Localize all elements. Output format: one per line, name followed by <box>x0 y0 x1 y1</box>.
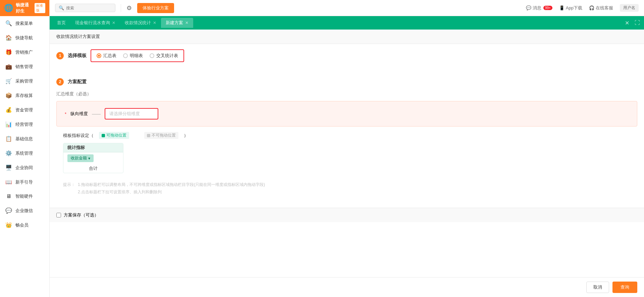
sidebar-item-search-menu[interactable]: 🔍 搜索菜单 <box>0 16 49 31</box>
tab-home-label: 首页 <box>57 20 66 26</box>
inventory-icon: 📦 <box>5 92 12 99</box>
topbar-search-box[interactable]: 🔍 <box>55 4 115 12</box>
sidebar-item-corp-wechat[interactable]: 💬 企业微信 <box>0 203 49 218</box>
indicator-tag[interactable]: 收款金额 ▾ <box>67 154 94 162</box>
tab-new-plan-label: 新建方案 <box>166 20 183 26</box>
sidebar-item-label: 销售管理 <box>15 64 33 70</box>
indicator-item-row: 收款金额 ▾ <box>63 152 123 164</box>
tab-bank-flow[interactable]: 现金银行流水查询 ✕ <box>70 18 120 28</box>
topbar-divider <box>121 4 121 12</box>
query-button[interactable]: 查询 <box>612 282 637 293</box>
app-download-label: App下载 <box>566 5 582 11</box>
corp-coop-icon: 🖥️ <box>5 164 12 171</box>
system-icon: ⚙️ <box>5 150 12 156</box>
content-area: 收款情况统计方案设置 1 选择模板 汇总表 明细表 <box>50 30 644 277</box>
topbar: 🔍 ⚙ 体验行业方案 💬 消息 99+ 📱 App下载 🎧 在线客服 用户名 <box>50 0 644 16</box>
tab-bank-flow-close[interactable]: ✕ <box>112 20 115 25</box>
message-btn[interactable]: 💬 消息 99+ <box>526 5 552 11</box>
radio-cross[interactable]: 交叉统计表 <box>150 53 178 59</box>
step1-row: 1 选择模板 汇总表 明细表 交叉统计表 <box>56 49 637 62</box>
content-inner: 收款情况统计方案设置 1 选择模板 汇总表 明细表 <box>50 30 644 277</box>
save-label: 方案保存（可选） <box>64 212 99 218</box>
tip-prefix-1: 提示： <box>63 181 75 189</box>
operation-icon: 📊 <box>5 121 12 128</box>
cancel-button[interactable]: 取消 <box>586 282 609 293</box>
tabbar-actions: ✕ ⛶ <box>624 18 641 28</box>
sidebar-item-new-guide[interactable]: 📖 新手引导 <box>0 175 49 189</box>
step1-section: 1 选择模板 汇总表 明细表 交叉统计表 <box>50 44 644 73</box>
sidebar-item-inventory[interactable]: 📦 库存核算 <box>0 88 49 103</box>
tab-home[interactable]: 首页 <box>52 18 70 28</box>
sidebar-item-smart-hw[interactable]: 🖥 智能硬件 <box>0 189 49 203</box>
sidebar-item-label: 畅会员 <box>15 222 29 228</box>
dim-select-placeholder: 请选择分组维度 <box>109 111 140 117</box>
sidebar-item-marketing[interactable]: 🎁 营销推广 <box>0 45 49 59</box>
save-checkbox[interactable] <box>56 213 61 217</box>
logo-badge: 标准版 <box>35 3 45 13</box>
sidebar-item-sales[interactable]: 💼 销售管理 <box>0 59 49 74</box>
sidebar-item-operation[interactable]: 📊 经营管理 <box>0 117 49 132</box>
indicator-sub: 合计 <box>63 164 123 173</box>
smart-hw-icon: 🖥 <box>5 193 12 199</box>
dim-select[interactable]: 请选择分组维度 <box>105 108 158 119</box>
radio-cross-circle <box>150 53 154 58</box>
arrow: —— <box>92 111 101 116</box>
app-download-btn[interactable]: 📱 App下载 <box>559 5 582 11</box>
radio-detail[interactable]: 明细表 <box>123 53 143 59</box>
save-row: 方案保存（可选） <box>50 208 644 222</box>
no-drag-badge: 不可拖动位置 <box>144 132 178 139</box>
tab-receipt-stat-label: 收款情况统计 <box>125 20 151 26</box>
trial-btn[interactable]: 体验行业方案 <box>137 3 174 13</box>
indicators-section: 模板指标设定（ 可拖动位置 不可拖动位置 ） 统计指标 <box>56 132 637 179</box>
sidebar-item-corp-coop[interactable]: 🖥️ 企业协同 <box>0 160 49 175</box>
tab-fullscreen-btn[interactable]: ⛶ <box>633 18 641 27</box>
sidebar-item-label: 搜索菜单 <box>15 20 33 27</box>
online-service-label: 在线客服 <box>596 5 613 11</box>
sidebar-item-label: 经营管理 <box>15 121 33 128</box>
sidebar-item-label: 新手引导 <box>15 179 33 185</box>
sidebar-item-member[interactable]: 👑 畅会员 <box>0 218 49 232</box>
dimension-area: * 纵向维度 —— 请选择分组维度 <box>56 101 637 127</box>
tip-text-2: 2.点击标题栏下拉可设置排序、插入列和删除列 <box>78 189 162 196</box>
tip-text-1: 1.拖动标题栏可以调整布局，不可跨维度或指标区域拖动栏目字段(只能在同一维度或指… <box>78 181 265 189</box>
marketing-icon: 🎁 <box>5 49 12 55</box>
sidebar-item-label: 采购管理 <box>15 78 33 84</box>
step2-num: 2 <box>56 78 64 86</box>
sidebar-item-label: 快捷导航 <box>15 35 33 41</box>
finance-icon: 💰 <box>5 107 12 113</box>
member-icon: 👑 <box>5 222 12 228</box>
online-service-btn[interactable]: 🎧 在线客服 <box>589 5 613 11</box>
tab-new-plan[interactable]: 新建方案 ✕ <box>161 18 193 28</box>
radio-detail-label: 明细表 <box>130 53 143 59</box>
user-info[interactable]: 用户名 <box>620 4 639 12</box>
tab-receipt-stat[interactable]: 收款情况统计 ✕ <box>120 18 161 28</box>
main-area: 🔍 ⚙ 体验行业方案 💬 消息 99+ 📱 App下载 🎧 在线客服 用户名 <box>50 0 644 297</box>
search-input[interactable] <box>66 6 112 10</box>
settings-icon[interactable]: ⚙ <box>126 4 132 12</box>
tab-close-all-btn[interactable]: ✕ <box>624 18 631 28</box>
indicator-table-header: 统计指标 <box>63 143 123 152</box>
sidebar-item-basic-info[interactable]: 📋 基础信息 <box>0 132 49 146</box>
indicators-sep <box>135 133 139 139</box>
topbar-right: 💬 消息 99+ 📱 App下载 🎧 在线客服 用户名 <box>526 4 639 12</box>
dimension-label: 汇总维度（必选） <box>56 91 637 97</box>
sidebar-item-finance[interactable]: 💰 资金管理 <box>0 103 49 117</box>
tab-receipt-stat-close[interactable]: ✕ <box>153 20 156 25</box>
sidebar-item-purchase[interactable]: 🛒 采购管理 <box>0 74 49 88</box>
sidebar-item-system[interactable]: ⚙️ 系统管理 <box>0 146 49 160</box>
required-mark: * <box>65 111 66 116</box>
tabbar: 首页 现金银行流水查询 ✕ 收款情况统计 ✕ 新建方案 ✕ ✕ ⛶ <box>50 16 644 30</box>
sidebar: 🌐 畅捷通好生 标准版 🔍 搜索菜单 🏠 快捷导航 🎁 营销推广 💼 销售管理 … <box>0 0 50 297</box>
message-label: 消息 <box>533 5 541 11</box>
tab-new-plan-close[interactable]: ✕ <box>185 20 189 25</box>
tip-line-2: 提示： 2.点击标题栏下拉可设置排序、插入列和删除列 <box>63 189 631 196</box>
radio-cross-label: 交叉统计表 <box>156 53 178 59</box>
sidebar-item-quick-nav[interactable]: 🏠 快捷导航 <box>0 31 49 45</box>
basic-info-icon: 📋 <box>5 136 12 142</box>
radio-summary[interactable]: 汇总表 <box>97 53 116 59</box>
drag-badge: 可拖动位置 <box>99 132 129 139</box>
page-header: 收款情况统计方案设置 <box>50 30 644 44</box>
indicator-dropdown-icon[interactable]: ▾ <box>88 156 90 161</box>
tab-bank-flow-label: 现金银行流水查询 <box>75 20 110 26</box>
vertical-dim-label: 纵向维度 <box>70 111 88 117</box>
